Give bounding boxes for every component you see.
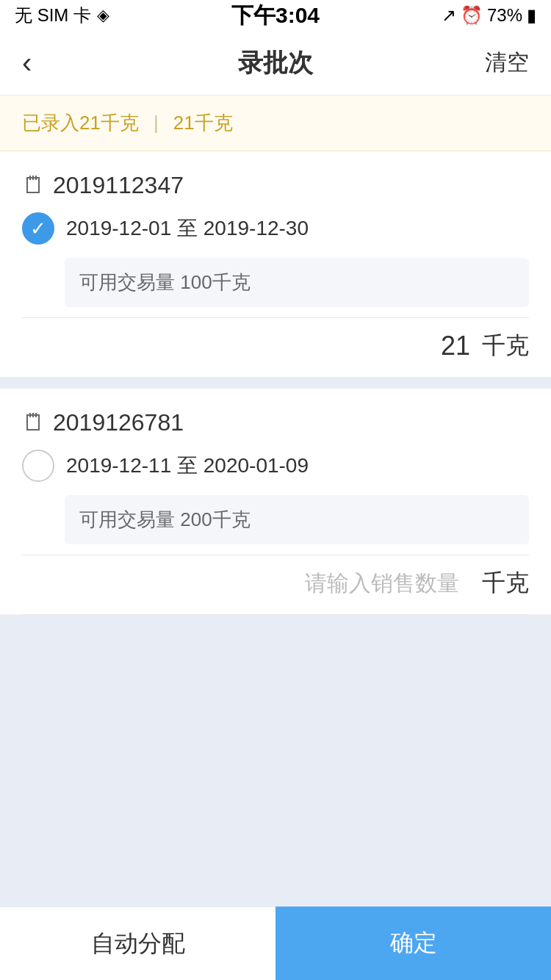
recorded-amount-label: 已录入21千克 (22, 110, 139, 136)
action-bar: 自动分配 确定 (0, 907, 551, 980)
alarm-icon: ⏰ (461, 5, 483, 26)
nav-bar: ‹ 录批次 清空 (0, 31, 551, 96)
batch-1-radio[interactable] (22, 212, 54, 245)
location-icon: ↗ (442, 5, 456, 26)
batch-card-2: 🗒 2019126781 2019-12-11 至 2020-01-09 可用交… (0, 389, 551, 614)
total-amount-value: 21千克 (173, 110, 233, 136)
batch-card-1: 🗒 2019112347 2019-12-01 至 2019-12-30 可用交… (0, 151, 551, 377)
no-sim-text: 无 SIM 卡 (15, 4, 91, 27)
battery-text: 73% (487, 5, 522, 26)
batch-1-qty-value: 21 (441, 331, 470, 361)
battery-icon: ▮ (527, 5, 536, 26)
batch-2-icon: 🗒 (22, 409, 46, 436)
auto-distribute-button[interactable]: 自动分配 (0, 907, 276, 980)
batch-2-date-row: 2019-12-11 至 2020-01-09 (0, 444, 551, 492)
status-right: ↗ ⏰ 73% ▮ (442, 5, 536, 26)
info-divider: | (154, 112, 159, 134)
batch-2-id: 2019126781 (53, 409, 184, 436)
status-bar: 无 SIM 卡 ◈ 下午3:04 ↗ ⏰ 73% ▮ (0, 0, 551, 31)
status-time: 下午3:04 (231, 1, 320, 31)
batch-1-id: 2019112347 (53, 172, 184, 199)
batch-1-qty-row: 21 千克 (0, 318, 551, 377)
status-left: 无 SIM 卡 ◈ (15, 4, 109, 27)
empty-space (0, 615, 551, 907)
batch-1-available: 可用交易量 100千克 (65, 258, 529, 307)
batch-1-qty-unit: 千克 (482, 330, 529, 362)
batch-2-available: 可用交易量 200千克 (65, 495, 529, 544)
batch-1-icon: 🗒 (22, 172, 46, 199)
page-title: 录批次 (238, 46, 313, 80)
info-bar: 已录入21千克 | 21千克 (0, 96, 551, 151)
wifi-icon: ◈ (97, 6, 109, 25)
section-divider (0, 377, 551, 389)
batch-2-header: 🗒 2019126781 (0, 389, 551, 444)
batch-2-unit: 千克 (482, 567, 529, 599)
batch-1-header: 🗒 2019112347 (0, 151, 551, 206)
batch-2-qty-input[interactable] (250, 571, 470, 596)
batch-2-input-row: 千克 (0, 555, 551, 614)
batch-1-date-row: 2019-12-01 至 2019-12-30 (0, 206, 551, 255)
batch-2-date: 2019-12-11 至 2020-01-09 (66, 452, 309, 480)
back-button[interactable]: ‹ (22, 46, 66, 79)
batch-2-radio[interactable] (22, 450, 54, 482)
clear-button[interactable]: 清空 (485, 48, 529, 78)
batch-1-date: 2019-12-01 至 2019-12-30 (66, 215, 309, 242)
confirm-button[interactable]: 确定 (276, 907, 551, 980)
